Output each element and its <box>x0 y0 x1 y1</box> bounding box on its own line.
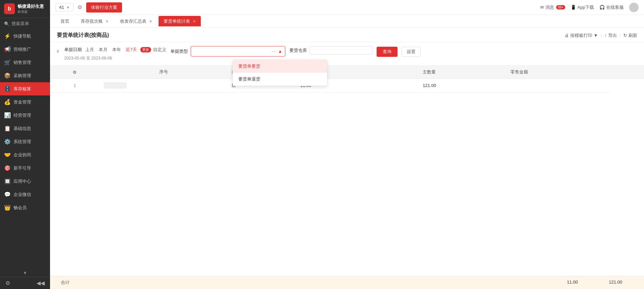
tab-order-summary[interactable]: 要货单统计表✕ <box>159 16 201 26</box>
sidebar-item-marketing[interactable]: 📢 营销推广 <box>0 43 50 56</box>
warehouse-input[interactable] <box>310 46 373 54</box>
sidebar-nav: ⚡ 快捷导航 📢 营销推广 🛒 销售管理 📦 采购管理 🗄️ 库存核算 💰 资金… <box>0 29 50 269</box>
nav-icon-sales: 🛒 <box>4 59 11 66</box>
filter-toggle-btn[interactable]: › <box>55 46 60 56</box>
search-icon: 🔍 <box>4 21 9 26</box>
main-content: 要货单统计表(按商品) 🖨 按模板打印 ▼ | ↑ 导出 | ↻ <box>50 28 644 289</box>
refresh-btn[interactable]: ↻ 刷新 <box>623 32 637 39</box>
order-type-dropdown: 要货单要货 要货单退货 <box>233 60 327 86</box>
date-7days-btn[interactable]: 近7天 <box>124 46 138 53</box>
separator: | <box>601 33 602 38</box>
headset-icon: 🎧 <box>599 5 605 10</box>
phone-icon: 📱 <box>571 5 576 10</box>
chevron-down-icon: ▼ <box>594 33 598 38</box>
collapse-icon[interactable]: ◀◀ <box>37 280 45 286</box>
gear-icon: ⚙ <box>73 70 77 75</box>
dropdown-item-order-return[interactable]: 要货单退货 <box>233 73 327 86</box>
export-btn[interactable]: ↑ 导出 <box>604 32 617 39</box>
tab-label-order-summary: 要货单统计表 <box>164 18 190 24</box>
top-header: 41 ▼ ⚙ 体验行业方案 ✉ 消息 99+ 📱 App下载 🎧 在线客服 <box>50 0 644 15</box>
sidebar-item-operation[interactable]: 📊 经营管理 <box>0 109 50 122</box>
sidebar-logo: b 畅捷通好生意 标准版 <box>0 0 50 18</box>
sidebar-item-system[interactable]: ⚙️ 系统管理 <box>0 135 50 148</box>
sidebar-item-member[interactable]: 👑 畅会员 <box>0 201 50 214</box>
print-btn[interactable]: 🖨 按模板打印 ▼ <box>565 32 598 39</box>
col-qty: 主数量 <box>419 66 506 79</box>
date-custom-btn[interactable]: 自定义 <box>153 47 166 53</box>
footer-amount: 121.00 <box>606 280 640 286</box>
col-amount: 零售金额 <box>506 66 611 79</box>
sidebar-item-purchase[interactable]: 📦 采购管理 <box>0 69 50 82</box>
table-row: 1 块 11.00 121.00 <box>50 79 644 92</box>
order-type-select[interactable]: ··· ▲ <box>191 46 285 57</box>
dots-icon[interactable]: ··· <box>271 48 277 55</box>
nav-label-marketing: 营销推广 <box>14 46 31 52</box>
date-more-badge[interactable]: 更多 <box>140 47 151 52</box>
warehouse-label: 要货仓库 <box>289 47 307 53</box>
sidebar-scroll-down[interactable]: ▼ <box>0 269 50 277</box>
nav-icon-wechat: 💬 <box>4 191 11 198</box>
sidebar-item-app[interactable]: 🔲 应用中心 <box>0 175 50 188</box>
nav-icon-finance: 💰 <box>4 99 11 105</box>
sidebar-item-sales[interactable]: 🛒 销售管理 <box>0 56 50 69</box>
order-type-input[interactable] <box>194 49 271 54</box>
tab-bar: 首页库存批次账✕收发存汇总表✕要货单统计表✕ <box>50 15 644 28</box>
sidebar-item-guide[interactable]: 🎯 新手引导 <box>0 161 50 175</box>
col-extra <box>611 66 644 79</box>
settings-button[interactable]: 设置 <box>402 47 421 57</box>
sidebar-item-inventory[interactable]: 🗄️ 库存核算 <box>0 82 50 95</box>
nav-icon-operation: 📊 <box>4 112 11 118</box>
sidebar-search[interactable]: 🔍 搜索菜单 <box>0 18 50 29</box>
sidebar-item-quick-nav[interactable]: ⚡ 快捷导航 <box>0 29 50 43</box>
trial-button[interactable]: 体验行业方案 <box>86 2 122 13</box>
settings-icon[interactable]: ⚙ <box>5 280 10 286</box>
tab-batch-accounts[interactable]: 库存批次账✕ <box>76 16 114 26</box>
topbar-gear-icon[interactable]: ⚙ <box>77 4 82 10</box>
message-btn[interactable]: ✉ 消息 99+ <box>540 4 565 10</box>
sidebar-item-enterprise[interactable]: 🤝 企业协同 <box>0 148 50 161</box>
online-service-btn[interactable]: 🎧 在线客服 <box>599 4 624 10</box>
tab-recv-summary[interactable]: 收发存汇总表✕ <box>115 16 157 26</box>
date-prev-month-btn[interactable]: 上月 <box>84 46 95 53</box>
logo-icon: b <box>4 3 15 14</box>
nav-icon-marketing: 📢 <box>4 46 11 52</box>
tab-close-order-summary[interactable]: ✕ <box>193 19 196 24</box>
date-cur-month-btn[interactable]: 本月 <box>97 46 109 53</box>
message-badge: 99+ <box>556 5 565 9</box>
printer-icon: 🖨 <box>565 33 569 38</box>
sidebar-item-wechat[interactable]: 💬 企业微信 <box>0 188 50 201</box>
nav-label-guide: 新手引导 <box>14 165 31 171</box>
sidebar-item-basic[interactable]: 📋 基础信息 <box>0 122 50 135</box>
date-range-text: 2023-05-06 至 2023-06-06 <box>64 55 166 61</box>
data-table: ⚙ 序号 商品 主计量单位 主数量 零售金额 1 块 11.00 <box>50 66 644 92</box>
app-download-btn[interactable]: 📱 App下载 <box>571 4 594 10</box>
cell-amount-0: 121.00 <box>419 79 506 92</box>
col-gear[interactable]: ⚙ <box>50 66 100 79</box>
nav-icon-system: ⚙️ <box>4 138 11 145</box>
nav-icon-app: 🔲 <box>4 178 11 184</box>
tab-home[interactable]: 首页 <box>55 16 74 26</box>
company-name: 41 <box>59 5 64 10</box>
chevron-up-icon[interactable]: ▲ <box>278 49 282 54</box>
nav-label-purchase: 采购管理 <box>14 73 31 79</box>
query-button[interactable]: 查询 <box>377 47 398 57</box>
nav-icon-quick-nav: ⚡ <box>4 33 11 39</box>
tab-close-batch-accounts[interactable]: ✕ <box>105 19 109 24</box>
nav-label-system: 系统管理 <box>14 139 31 145</box>
nav-label-operation: 经营管理 <box>14 112 31 118</box>
sidebar: b 畅捷通好生意 标准版 🔍 搜索菜单 ⚡ 快捷导航 📢 营销推广 🛒 销售管理… <box>0 0 50 289</box>
tab-close-recv-summary[interactable]: ✕ <box>149 19 152 24</box>
dropdown-item-order-goods[interactable]: 要货单要货 <box>233 60 327 73</box>
date-filter-group: 单据日期 上月 本月 本年 近7天 更多 自定义 2023-05-06 至 20… <box>64 46 166 61</box>
tab-label-batch-accounts: 库存批次账 <box>81 18 103 24</box>
date-label: 单据日期 <box>64 47 82 53</box>
date-year-btn[interactable]: 本年 <box>111 46 122 53</box>
user-avatar[interactable] <box>629 3 639 12</box>
export-icon: ↑ <box>604 33 607 38</box>
nav-label-finance: 资金管理 <box>14 99 31 105</box>
company-selector[interactable]: 41 ▼ <box>55 3 73 12</box>
nav-icon-inventory: 🗄️ <box>4 86 11 92</box>
footer-qty: 11.00 <box>564 280 598 286</box>
sidebar-item-finance[interactable]: 💰 资金管理 <box>0 95 50 109</box>
header-right: ✉ 消息 99+ 📱 App下载 🎧 在线客服 <box>540 3 639 12</box>
